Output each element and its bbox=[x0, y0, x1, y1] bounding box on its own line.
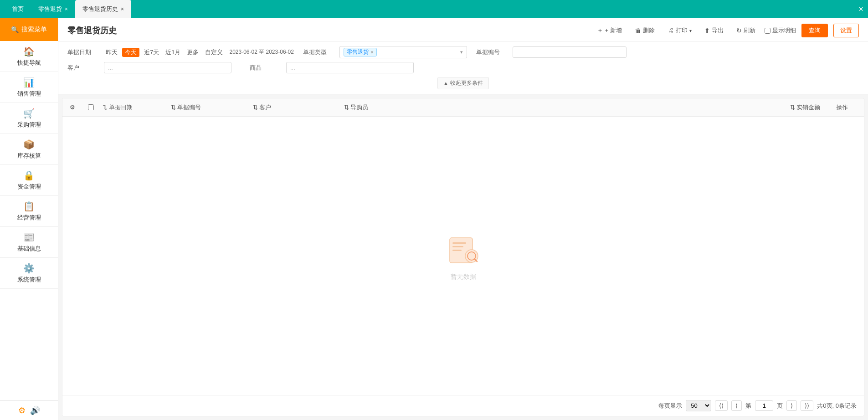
tab-list: 首页 零售退货 × 零售退货历史 × bbox=[5, 0, 858, 18]
date-more[interactable]: 更多 bbox=[185, 48, 200, 57]
th-date[interactable]: ⇅ 单据日期 bbox=[99, 103, 167, 112]
lock-icon: 🔒 bbox=[23, 170, 35, 181]
last-page-button[interactable]: ⟩⟩ bbox=[801, 400, 813, 411]
sort-guide-icon: ⇅ bbox=[344, 104, 349, 111]
delete-icon: 🗑 bbox=[635, 27, 641, 34]
th-checkbox[interactable] bbox=[82, 104, 99, 110]
first-page-button[interactable]: ⟨⟨ bbox=[715, 400, 728, 411]
print-icon: 🖨 bbox=[668, 27, 674, 34]
top-bar: 首页 零售退货 × 零售退货历史 × × bbox=[0, 0, 868, 18]
tab-home[interactable]: 首页 bbox=[5, 0, 31, 18]
date-1month[interactable]: 近1月 bbox=[164, 48, 182, 57]
sidebar-item-system-mgmt[interactable]: ⚙️ 系统管理 bbox=[0, 258, 58, 289]
page-title: 零售退货历史 bbox=[67, 25, 117, 36]
sort-amount-icon: ⇅ bbox=[790, 104, 795, 111]
filter-row-2: 客户 ... 商品 ... bbox=[67, 62, 859, 73]
th-num[interactable]: ⇅ 单据编号 bbox=[167, 103, 249, 112]
goods-placeholder: ... bbox=[290, 64, 410, 71]
tab-retail-return[interactable]: 零售退货 × bbox=[31, 0, 75, 18]
gear-icon: ⚙️ bbox=[23, 263, 35, 274]
sidebar-item-business[interactable]: 📋 经营管理 bbox=[0, 196, 58, 227]
type-filter-select[interactable]: 零售退货 × ▾ bbox=[339, 46, 467, 58]
clipboard-icon: 📋 bbox=[23, 201, 35, 212]
query-button[interactable]: 查询 bbox=[801, 24, 828, 37]
delete-button[interactable]: 🗑 删除 bbox=[631, 25, 658, 36]
next-page-button[interactable]: ⟩ bbox=[786, 400, 797, 411]
svg-rect-1 bbox=[452, 242, 466, 244]
type-select-chevron-icon: ▾ bbox=[460, 49, 463, 55]
page-label: 第 bbox=[745, 402, 751, 410]
sidebar-item-finance[interactable]: 🔒 资金管理 bbox=[0, 165, 58, 196]
print-button[interactable]: 🖨 打印 ▾ bbox=[664, 25, 695, 36]
goods-filter-label: 商品 bbox=[250, 64, 277, 72]
sort-date-icon: ⇅ bbox=[103, 104, 108, 111]
plus-icon: ＋ bbox=[597, 26, 603, 35]
per-page-label: 每页显示 bbox=[658, 402, 682, 410]
window-close-button[interactable]: × bbox=[858, 5, 863, 14]
pagination: 每页显示 50 10 20 100 ⟨⟨ ⟨ 第 页 ⟩ ⟩⟩ 共0页, 0条记… bbox=[62, 395, 864, 416]
prev-page-button[interactable]: ⟨ bbox=[731, 400, 742, 411]
sort-num-icon: ⇅ bbox=[171, 104, 176, 111]
svg-rect-3 bbox=[452, 250, 462, 251]
search-icon: 🔍 bbox=[11, 26, 19, 33]
settings-icon-btn[interactable]: ⚙ bbox=[18, 405, 26, 415]
sidebar-item-sales-mgmt[interactable]: 📊 销售管理 bbox=[0, 72, 58, 103]
box-icon: 📦 bbox=[23, 139, 35, 150]
tab-retail-return-history[interactable]: 零售退货历史 × bbox=[75, 0, 131, 18]
toolbar: ＋ + 新增 🗑 删除 🖨 打印 ▾ ⬆ 导出 ↻ bbox=[593, 24, 859, 37]
th-guide[interactable]: ⇅ 导购员 bbox=[340, 103, 431, 112]
svg-rect-2 bbox=[452, 246, 463, 247]
close-tab-retail-return[interactable]: × bbox=[65, 6, 68, 12]
th-customer[interactable]: ⇅ 客户 bbox=[249, 103, 340, 112]
collapse-button[interactable]: ▲ 收起更多条件 bbox=[437, 77, 489, 89]
refresh-button[interactable]: ↻ 刷新 bbox=[733, 25, 759, 36]
th-settings[interactable]: ⚙ bbox=[66, 104, 82, 111]
close-tab-retail-return-history[interactable]: × bbox=[121, 6, 124, 12]
page-header: 零售退货历史 ＋ + 新增 🗑 删除 🖨 打印 ▾ ⬆ 导出 bbox=[58, 18, 868, 41]
date-range-display: 2023-06-02 至 2023-06-02 bbox=[229, 48, 293, 56]
display-detail-checkbox[interactable] bbox=[765, 28, 770, 34]
setting-button[interactable]: 设置 bbox=[833, 24, 859, 37]
home-icon: 🏠 bbox=[23, 46, 35, 57]
per-page-select[interactable]: 50 10 20 100 bbox=[686, 400, 711, 411]
goods-filter-field[interactable]: ... bbox=[286, 62, 414, 73]
page-input[interactable] bbox=[755, 400, 773, 411]
date-filter-label: 单据日期 bbox=[67, 48, 95, 56]
customer-filter-label: 客户 bbox=[67, 64, 95, 72]
sidebar-item-quick-nav[interactable]: 🏠 快捷导航 bbox=[0, 41, 58, 72]
type-tag-close[interactable]: × bbox=[370, 49, 374, 56]
data-table: ⚙ ⇅ 单据日期 ⇅ 单据编号 ⇅ 客户 ⇅ bbox=[62, 98, 864, 416]
date-yesterday[interactable]: 昨天 bbox=[104, 48, 119, 57]
date-options: 昨天 今天 近7天 近1月 更多 自定义 2023-06-02 至 2023-0… bbox=[104, 48, 294, 57]
th-action: 操作 bbox=[824, 103, 860, 112]
collapse-icon: ▲ bbox=[443, 80, 449, 87]
sidebar-search[interactable]: 🔍 搜索菜单 bbox=[0, 18, 58, 41]
sort-customer-icon: ⇅ bbox=[253, 104, 258, 111]
date-today[interactable]: 今天 bbox=[122, 48, 139, 57]
sidebar-item-inventory[interactable]: 📦 库存核算 bbox=[0, 134, 58, 165]
sidebar-bottom: ⚙ 🔊 bbox=[0, 400, 58, 420]
customer-placeholder: ... bbox=[108, 64, 227, 71]
export-button[interactable]: ⬆ 导出 bbox=[701, 25, 727, 36]
customer-filter-field[interactable]: ... bbox=[104, 62, 231, 73]
filter-row-1: 单据日期 昨天 今天 近7天 近1月 更多 自定义 2023-06-02 至 2… bbox=[67, 46, 859, 58]
print-chevron-icon: ▾ bbox=[689, 28, 692, 33]
table-header: ⚙ ⇅ 单据日期 ⇅ 单据编号 ⇅ 客户 ⇅ bbox=[62, 98, 864, 117]
sidebar: 🔍 搜索菜单 🏠 快捷导航 📊 销售管理 🛒 采购管理 📦 库存核算 🔒 资金管… bbox=[0, 18, 58, 420]
date-7days[interactable]: 近7天 bbox=[142, 48, 161, 57]
settings-col-icon: ⚙ bbox=[70, 104, 75, 111]
export-icon: ⬆ bbox=[704, 27, 710, 34]
cart-icon: 🛒 bbox=[23, 108, 35, 119]
display-detail-checkbox-label[interactable]: 显示明细 bbox=[765, 26, 796, 35]
date-custom[interactable]: 自定义 bbox=[203, 48, 225, 57]
sidebar-item-purchase-mgmt[interactable]: 🛒 采购管理 bbox=[0, 103, 58, 134]
total-records: 共0页, 0条记录 bbox=[817, 402, 857, 410]
main-layout: 🔍 搜索菜单 🏠 快捷导航 📊 销售管理 🛒 采购管理 📦 库存核算 🔒 资金管… bbox=[0, 18, 868, 420]
th-amount[interactable]: ⇅ 实销金额 bbox=[431, 103, 824, 112]
content-area: 零售退货历史 ＋ + 新增 🗑 删除 🖨 打印 ▾ ⬆ 导出 bbox=[58, 18, 868, 420]
voucher-filter-input[interactable] bbox=[513, 46, 627, 58]
new-button[interactable]: ＋ + 新增 bbox=[593, 25, 626, 36]
volume-icon-btn[interactable]: 🔊 bbox=[30, 405, 40, 415]
sidebar-item-base-info[interactable]: 📰 基础信息 bbox=[0, 227, 58, 258]
select-all-checkbox[interactable] bbox=[88, 104, 94, 110]
